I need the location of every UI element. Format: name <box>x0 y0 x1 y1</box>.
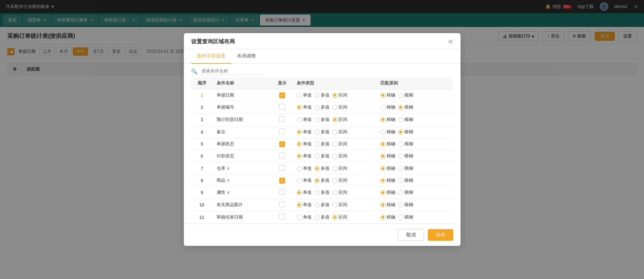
type-radio-多值[interactable]: 多值 <box>315 129 329 135</box>
radio-circle <box>315 142 320 147</box>
radio-circle <box>332 142 337 147</box>
radio-circle <box>315 203 320 208</box>
type-radio-多值[interactable]: 多值 <box>315 214 329 220</box>
display-checkbox[interactable] <box>279 165 285 171</box>
match-radio-模糊[interactable]: 模糊 <box>398 189 413 196</box>
type-radio-区间[interactable]: 区间 <box>332 165 347 172</box>
type-radio-单值[interactable]: 单值 <box>297 129 312 135</box>
type-radio-多值[interactable]: 多值 <box>315 92 329 98</box>
type-radio-区间[interactable]: 区间 <box>332 177 347 184</box>
type-radio-区间[interactable]: 区间 <box>332 141 347 147</box>
radio-circle <box>332 215 337 220</box>
radio-circle <box>398 203 403 208</box>
type-radio-区间[interactable]: 区间 <box>332 189 347 196</box>
match-radio-精确[interactable]: 精确 <box>380 202 395 208</box>
type-radio-多值[interactable]: 多值 <box>315 165 329 172</box>
radio-circle <box>398 117 403 122</box>
match-radio-精确[interactable]: 精确 <box>380 189 395 196</box>
table-row: 9属性 ∨单值多值区间精确模糊 <box>191 186 453 199</box>
type-radio-多值[interactable]: 多值 <box>315 153 329 159</box>
match-radio-模糊[interactable]: 模糊 <box>398 165 413 172</box>
type-radio-多值[interactable]: 多值 <box>315 177 329 184</box>
type-radio-多值[interactable]: 多值 <box>315 141 329 147</box>
match-radio-模糊[interactable]: 模糊 <box>398 214 413 220</box>
type-radio-区间[interactable]: 区间 <box>332 214 347 220</box>
type-radio-区间[interactable]: 区间 <box>332 202 347 208</box>
radio-circle <box>398 166 403 171</box>
modal-close-btn[interactable]: ✕ <box>448 39 453 45</box>
type-radio-单值[interactable]: 单值 <box>297 92 312 98</box>
radio-circle <box>332 105 337 110</box>
match-radio-模糊[interactable]: 模糊 <box>398 153 413 159</box>
match-radio-精确[interactable]: 精确 <box>380 117 395 123</box>
modal-tab-layout[interactable]: 布局调整 <box>231 49 262 64</box>
type-radio-单值[interactable]: 单值 <box>297 117 312 123</box>
row-display-cell <box>271 175 293 186</box>
display-checkbox[interactable] <box>279 104 285 110</box>
match-radio-模糊[interactable]: 模糊 <box>398 202 413 208</box>
display-checkbox[interactable] <box>279 201 285 207</box>
type-radio-区间[interactable]: 区间 <box>332 153 347 159</box>
match-radio-模糊[interactable]: 模糊 <box>398 92 413 98</box>
type-radio-多值[interactable]: 多值 <box>315 117 329 123</box>
type-radio-区间[interactable]: 区间 <box>332 104 347 110</box>
type-radio-多值[interactable]: 多值 <box>315 189 329 196</box>
display-checkbox[interactable] <box>279 178 285 184</box>
type-radio-区间[interactable]: 区间 <box>332 129 347 135</box>
row-match-cell: 精确模糊 <box>377 101 453 114</box>
radio-circle <box>315 190 320 195</box>
search-input[interactable] <box>199 67 265 75</box>
cancel-button[interactable]: 取消 <box>398 229 424 241</box>
row-order: 11 <box>191 211 213 224</box>
save-button[interactable]: 保存 <box>428 229 453 241</box>
display-checkbox[interactable] <box>279 116 285 122</box>
match-radio-精确[interactable]: 精确 <box>380 153 395 159</box>
match-radio-模糊[interactable]: 模糊 <box>398 129 413 135</box>
row-order: 8 <box>191 175 213 186</box>
table-row: 1单据日期单值多值区间精确模糊 <box>191 90 453 101</box>
type-radio-多值[interactable]: 多值 <box>315 202 329 208</box>
type-radio-单值[interactable]: 单值 <box>297 104 312 110</box>
row-order: 9 <box>191 186 213 199</box>
type-radio-多值[interactable]: 多值 <box>315 104 329 110</box>
match-radio-模糊[interactable]: 模糊 <box>398 117 413 123</box>
radio-circle <box>398 142 403 147</box>
match-radio-精确[interactable]: 精确 <box>380 177 395 184</box>
row-name: 预计到货日期 <box>213 114 271 126</box>
match-radio-模糊[interactable]: 模糊 <box>398 177 413 184</box>
type-radio-单值[interactable]: 单值 <box>297 214 312 220</box>
match-radio-精确[interactable]: 精确 <box>380 129 395 135</box>
match-radio-精确[interactable]: 精确 <box>380 214 395 220</box>
modal-header: 设置查询区域布局 ✕ <box>184 33 461 49</box>
radio-circle <box>315 166 320 171</box>
settings-modal: 设置查询区域布局 ✕ 查询字段设置 布局调整 🔍 顺序 条件名称 <box>184 33 461 246</box>
modal-title: 设置查询区域布局 <box>191 38 235 45</box>
match-radio-精确[interactable]: 精确 <box>380 104 395 110</box>
match-radio-模糊[interactable]: 模糊 <box>398 141 413 147</box>
match-radio-模糊[interactable]: 模糊 <box>398 104 413 110</box>
match-radio-精确[interactable]: 精确 <box>380 92 395 98</box>
match-radio-精确[interactable]: 精确 <box>380 141 395 147</box>
match-radio-精确[interactable]: 精确 <box>380 165 395 172</box>
display-checkbox[interactable] <box>279 141 285 147</box>
type-radio-单值[interactable]: 单值 <box>297 177 312 184</box>
display-checkbox[interactable] <box>279 214 285 220</box>
row-match-cell: 精确模糊 <box>377 126 453 138</box>
modal-table: 顺序 条件名称 显示 条件类型 匹配原则 1单据日期单值多值区间精确模糊2单据编… <box>191 77 453 224</box>
type-radio-单值[interactable]: 单值 <box>297 165 312 172</box>
radio-circle <box>332 166 337 171</box>
display-checkbox[interactable] <box>279 129 285 134</box>
type-radio-单值[interactable]: 单值 <box>297 153 312 159</box>
row-order: 7 <box>191 162 213 175</box>
row-match-cell: 精确模糊 <box>377 175 453 186</box>
type-radio-区间[interactable]: 区间 <box>332 92 347 98</box>
display-checkbox[interactable] <box>279 153 285 158</box>
display-checkbox[interactable] <box>279 189 285 195</box>
modal-tab-query-fields[interactable]: 查询字段设置 <box>191 49 231 64</box>
type-radio-单值[interactable]: 单值 <box>297 141 312 147</box>
type-radio-区间[interactable]: 区间 <box>332 117 347 123</box>
type-radio-单值[interactable]: 单值 <box>297 202 312 208</box>
display-checkbox[interactable] <box>279 93 285 98</box>
type-radio-单值[interactable]: 单值 <box>297 189 312 196</box>
table-row: 5单据状态单值多值区间精确模糊 <box>191 138 453 150</box>
